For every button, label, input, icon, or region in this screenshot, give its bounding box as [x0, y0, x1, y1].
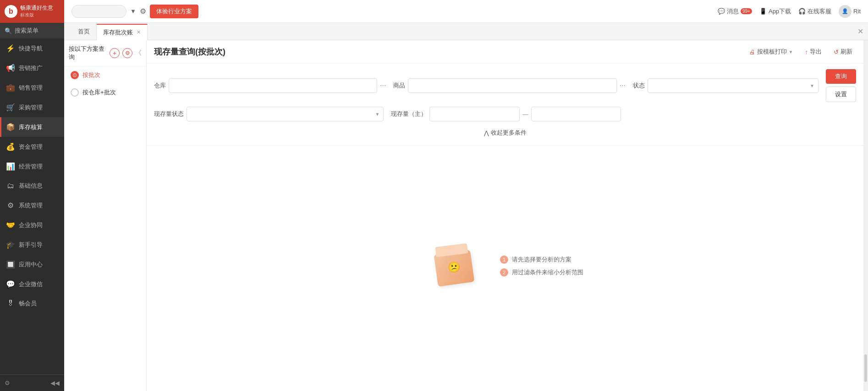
close-panel-btn[interactable]: ✕ [857, 27, 863, 36]
query-btn[interactable]: 查询 [826, 69, 856, 84]
topbar-search-input[interactable] [71, 5, 126, 18]
plan-item-by-batch[interactable]: ⊙ 按批次 [64, 66, 146, 84]
user-avatar-btn[interactable]: 👤 Rit [839, 5, 861, 18]
product-input[interactable] [408, 78, 616, 93]
status-label: 状态 [633, 81, 645, 90]
box-lid [435, 243, 468, 257]
warehouse-input[interactable] [169, 78, 377, 93]
add-plan-btn[interactable]: + [110, 48, 120, 58]
product-more-btn[interactable]: ··· [620, 81, 626, 90]
sidebar-item-operations[interactable]: 📊 经营管理 [0, 157, 64, 176]
settings-btn[interactable]: ⚙ [5, 380, 10, 386]
tab-inventory-batch-label: 库存批次账 [103, 28, 133, 37]
empty-illustration: 😕 [427, 241, 482, 296]
app-download-label: App下载 [769, 7, 791, 16]
sidebar-item-system[interactable]: ⚙ 系统管理 [0, 196, 64, 215]
sidebar-item-label: 畅会员 [19, 299, 37, 308]
page-header: 现存量查询(按批次) 🖨 按模板打印 ▼ ↑ 导出 ↺ 刷新 [147, 40, 863, 64]
qty-min-input[interactable] [429, 107, 519, 121]
sales-icon: 💼 [6, 83, 15, 92]
sidebar-item-label: 系统管理 [19, 201, 43, 210]
tab-home-label: 首页 [78, 27, 90, 36]
sidebar-item-label: 企业微信 [19, 280, 43, 288]
collapse-panel-icon[interactable]: 《 [135, 49, 142, 57]
sidebar-item-guide[interactable]: 🎓 新手引导 [0, 235, 64, 255]
range-separator: — [522, 111, 528, 118]
refresh-btn[interactable]: ↺ 刷新 [830, 46, 856, 58]
status-chevron-icon: ▼ [810, 83, 814, 88]
print-btn[interactable]: 🖨 按模板打印 ▼ [746, 46, 797, 58]
sidebar-item-label: 资金管理 [19, 143, 43, 151]
empty-box-wrapper: 😕 [427, 241, 482, 296]
search-menu-item[interactable]: 🔍 搜索菜单 [0, 23, 64, 38]
inventory-icon: 📦 [6, 123, 15, 131]
messages-btn[interactable]: 💬 消息 99+ [718, 7, 752, 16]
basic-info-icon: 🗂 [6, 182, 15, 190]
sidebar-item-label: 库存核算 [19, 123, 43, 131]
right-main: 现存量查询(按批次) 🖨 按模板打印 ▼ ↑ 导出 ↺ 刷新 [147, 40, 863, 391]
hint-text-2: 用过滤条件来缩小分析范围 [512, 268, 583, 277]
product-filter-group: 商品 ··· [393, 78, 625, 93]
topbar-right: 💬 消息 99+ 📱 App下载 🎧 在线客服 👤 Rit [718, 5, 861, 18]
collapse-sidebar-btn[interactable]: ◀◀ [50, 380, 60, 386]
filter-row-2: 现存量状态 ▼ 现存量（主） — [154, 107, 856, 121]
inventory-qty-group: 现存量（主） — [391, 107, 621, 121]
sidebar-nav: ⚡ 快捷导航 📢 营销推广 💼 销售管理 🛒 采购管理 📦 库存核算 💰 资金管… [0, 38, 64, 375]
status-dropdown[interactable]: ▼ [648, 78, 819, 93]
system-icon: ⚙ [6, 201, 15, 210]
sidebar-item-app-center[interactable]: 🔲 应用中心 [0, 255, 64, 274]
online-service-btn[interactable]: 🎧 在线客服 [798, 7, 831, 16]
set-btn[interactable]: 设置 [826, 87, 856, 102]
sidebar-item-enterprise[interactable]: 🤝 企业协同 [0, 215, 64, 235]
plan-settings-btn[interactable]: ⚙ [122, 48, 132, 58]
sidebar-item-shortcut[interactable]: ⚡ 快捷导航 [0, 38, 64, 58]
messages-badge: 99+ [741, 8, 752, 14]
topbar-gear-icon[interactable]: ⚙ [140, 7, 146, 16]
phone-icon: 📱 [759, 8, 767, 15]
topbar-dropdown-icon[interactable]: ▼ [130, 8, 136, 15]
warehouse-more-btn[interactable]: ··· [380, 81, 386, 90]
collapse-more-conditions[interactable]: ⋀ 收起更多条件 [154, 126, 856, 140]
hint-num-1: 1 [500, 255, 508, 264]
tab-inventory-batch[interactable]: 库存批次账 ✕ [97, 24, 148, 40]
inventory-status-select[interactable]: ▼ [187, 107, 384, 121]
box-body: 😕 [434, 250, 475, 287]
topbar-left: ▼ ⚙ 体验行业方案 [71, 5, 713, 18]
inventory-qty-label: 现存量（主） [391, 110, 427, 118]
sidebar-header: b 畅康通好生意 标准版 [0, 0, 64, 23]
plan-item-by-warehouse-batch[interactable]: 按仓库+批次 [64, 84, 146, 101]
sidebar-item-inventory[interactable]: 📦 库存核算 [0, 117, 64, 137]
left-filter-panel: 按以下方案查询 + ⚙ 《 ⊙ 按批次 按仓库+批次 [64, 40, 147, 391]
box-face: 😕 [448, 261, 460, 273]
print-dropdown-icon[interactable]: ▼ [789, 49, 793, 54]
finance-icon: 💰 [6, 142, 15, 151]
topbar: ▼ ⚙ 体验行业方案 💬 消息 99+ 📱 App下载 🎧 在线客服 👤 Rit [64, 0, 868, 23]
headset-icon: 🎧 [798, 8, 806, 15]
export-btn[interactable]: ↑ 导出 [802, 46, 826, 58]
sidebar-item-purchase[interactable]: 🛒 采购管理 [0, 98, 64, 117]
sidebar-item-label: 销售管理 [19, 84, 43, 92]
empty-hint-1: 1 请先选择要分析的方案 [500, 255, 583, 264]
export-icon: ↑ [805, 49, 808, 55]
trial-industry-btn[interactable]: 体验行业方案 [150, 5, 198, 18]
sidebar-item-marketing[interactable]: 📢 营销推广 [0, 58, 64, 78]
app-logo: b [5, 5, 17, 18]
warehouse-label: 仓库 [154, 81, 166, 90]
tab-home[interactable]: 首页 [71, 23, 97, 40]
plan-label: 按批次 [82, 71, 100, 79]
right-scrollbar[interactable] [863, 40, 868, 391]
sidebar-item-vip[interactable]: 🎖 畅会员 [0, 294, 64, 313]
inventory-status-label: 现存量状态 [154, 110, 184, 118]
sidebar-item-wechat[interactable]: 💬 企业微信 [0, 274, 64, 294]
sidebar-item-sales[interactable]: 💼 销售管理 [0, 78, 64, 98]
sidebar-item-basic-info[interactable]: 🗂 基础信息 [0, 176, 64, 196]
plan-label: 按仓库+批次 [82, 88, 116, 97]
qty-max-input[interactable] [531, 107, 621, 121]
main-area: ▼ ⚙ 体验行业方案 💬 消息 99+ 📱 App下载 🎧 在线客服 👤 Rit [64, 0, 868, 391]
tab-close-icon[interactable]: ✕ [137, 29, 141, 35]
collapse-icon: ⋀ [484, 130, 489, 136]
empty-hint-2: 2 用过滤条件来缩小分析范围 [500, 268, 583, 277]
app-download-btn[interactable]: 📱 App下载 [759, 7, 791, 16]
export-label: 导出 [810, 48, 822, 56]
sidebar-item-finance[interactable]: 💰 资金管理 [0, 137, 64, 157]
